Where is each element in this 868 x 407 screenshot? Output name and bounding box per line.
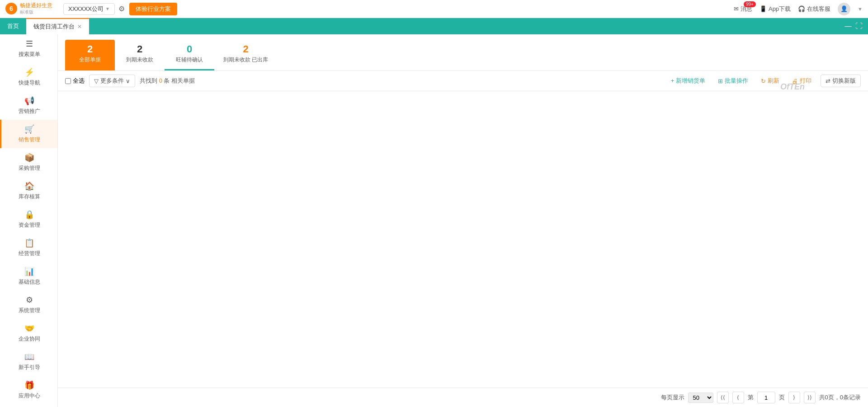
first-page-btn[interactable]: ⟨⟨ (717, 392, 729, 403)
sidebar: ☰ 搜索菜单 ⚡ 快捷导航 📢 营销推广 🛒 销售管理 📦 采购管理 🏠 库存核… (0, 34, 58, 407)
inventory-icon: 🏠 (24, 181, 34, 191)
print-btn[interactable]: 🖨 打印 (788, 75, 815, 87)
main-layout: ☰ 搜索菜单 ⚡ 快捷导航 📢 营销推广 🛒 销售管理 📦 采购管理 🏠 库存核… (0, 34, 868, 407)
logo-text: 畅捷通好生意 (20, 2, 52, 9)
pagination: 每页显示 50 100 200 ⟨⟨ ⟨ 第 页 ⟩ ⟩⟩ 共0页，0条记录 (58, 388, 868, 407)
logo-area: 6 畅捷通好生意 标准版 (5, 2, 63, 15)
tab-maximize-btn[interactable]: ⛶ (855, 22, 863, 30)
app-download-icon: 📱 (760, 5, 767, 12)
per-page-select[interactable]: 50 100 200 (688, 393, 713, 403)
filter-arrow: ∨ (126, 78, 130, 84)
enterprise-icon: 🤝 (24, 323, 34, 333)
tab-wangfu-confirm[interactable]: 0 旺辅待确认 (165, 40, 214, 70)
filter-btn[interactable]: ▽ 更多条件 ∨ (89, 75, 135, 87)
prev-page-btn[interactable]: ⟨ (732, 392, 744, 403)
tab-overdue-shipped[interactable]: 2 到期未收款 已出库 (214, 40, 277, 70)
next-page-btn[interactable]: ⟩ (788, 392, 800, 403)
batch-btn[interactable]: ⊞ 批量操作 (714, 75, 752, 87)
message-badge: 99+ (744, 1, 756, 7)
select-all-label[interactable]: 全选 (65, 77, 85, 85)
toolbar: 全选 ▽ 更多条件 ∨ 共找到 0 条 相关单据 + 新增销货单 (58, 71, 868, 91)
company-selector[interactable]: XXXXXX公司 ▼ (63, 3, 115, 15)
sidebar-item-system[interactable]: ⚙ 系统管理 (0, 290, 57, 319)
settings-icon[interactable]: ⚙ (118, 5, 125, 13)
print-icon: 🖨 (792, 78, 798, 84)
refresh-icon: ↻ (761, 78, 766, 84)
tab-all-orders[interactable]: 2 全部单据 (65, 40, 115, 70)
tab-overdue-payment[interactable]: 2 到期未收款 (115, 40, 165, 70)
sidebar-item-sales[interactable]: 🛒 销售管理 (0, 120, 57, 148)
result-text: 共找到 0 条 相关单据 (140, 77, 195, 85)
sidebar-item-newbie[interactable]: 📖 新手引导 (0, 347, 57, 376)
toolbar-left: 全选 ▽ 更多条件 ∨ 共找到 0 条 相关单据 (65, 75, 662, 87)
app-download-btn[interactable]: 📱 App下载 (760, 5, 791, 13)
tab-qianghuo[interactable]: 钱货日清工作台 ✕ (26, 18, 89, 34)
add-order-btn[interactable]: + 新增销货单 (667, 75, 709, 87)
operations-icon: 📋 (24, 238, 34, 248)
refresh-btn[interactable]: ↻ 刷新 (757, 75, 783, 87)
top-bar: 6 畅捷通好生意 标准版 XXXXXX公司 ▼ ⚙ 体验行业方案 ✉ 消息 99… (0, 0, 868, 18)
sales-icon: 🛒 (24, 124, 34, 134)
sidebar-item-basics[interactable]: 📊 基础信息 (0, 262, 57, 290)
top-right: ✉ 消息 99+ 📱 App下载 🎧 在线客服 👤 ▼ (734, 3, 863, 15)
content-area: 2 全部单据 2 到期未收款 0 旺辅待确认 2 到期未收款 已出库 全选 (58, 34, 868, 407)
tab-close-icon[interactable]: ✕ (77, 23, 82, 30)
logo-icon: 6 (5, 3, 17, 14)
online-service-btn[interactable]: 🎧 在线客服 (798, 5, 830, 13)
avatar[interactable]: 👤 (838, 3, 850, 15)
headset-icon: 🎧 (798, 5, 805, 12)
total-info: 共0页，0条记录 (819, 393, 861, 402)
system-icon: ⚙ (26, 295, 33, 305)
newbie-icon: 📖 (24, 352, 34, 362)
username-area[interactable]: ▼ (858, 6, 863, 12)
message-btn[interactable]: ✉ 消息 99+ (734, 5, 752, 13)
sidebar-item-operations[interactable]: 📋 经营管理 (0, 234, 57, 262)
sidebar-item-appcenter[interactable]: 🎁 应用中心 (0, 376, 57, 404)
sidebar-item-marketing[interactable]: 📢 营销推广 (0, 91, 57, 120)
last-page-btn[interactable]: ⟩⟩ (804, 392, 816, 403)
experience-btn[interactable]: 体验行业方案 (129, 3, 177, 15)
filter-icon: ▽ (94, 78, 99, 84)
sidebar-item-purchase[interactable]: 📦 采购管理 (0, 148, 57, 177)
tab-bar-actions: — ⛶ (839, 22, 868, 30)
page-input[interactable] (757, 392, 775, 403)
logo-sub: 标准版 (20, 9, 52, 15)
per-page-label: 每页显示 (661, 393, 684, 402)
batch-icon: ⊞ (718, 78, 723, 84)
company-dropdown-arrow: ▼ (105, 6, 110, 11)
quicknav-icon: ⚡ (24, 67, 34, 77)
marketing-icon: 📢 (24, 96, 34, 106)
search-menu-icon: ☰ (26, 39, 33, 49)
tab-bar: 首页 钱货日清工作台 ✕ — ⛶ (0, 18, 868, 34)
company-name: XXXXXX公司 (68, 5, 104, 13)
message-icon: ✉ (734, 5, 739, 12)
sidebar-item-search[interactable]: ☰ 搜索菜单 (0, 34, 57, 63)
sidebar-item-inventory[interactable]: 🏠 库存核算 (0, 177, 57, 205)
basics-icon: 📊 (24, 267, 34, 276)
sidebar-item-finance[interactable]: 🔒 资金管理 (0, 205, 57, 234)
finance-icon: 🔒 (24, 210, 34, 220)
summary-tabs: 2 全部单据 2 到期未收款 0 旺辅待确认 2 到期未收款 已出库 (58, 34, 868, 71)
table-area (58, 91, 868, 388)
switch-icon: ⇄ (826, 78, 830, 84)
sidebar-item-quicknav[interactable]: ⚡ 快捷导航 (0, 63, 57, 91)
tab-minimize-btn[interactable]: — (844, 22, 852, 30)
result-count: 0 (159, 77, 162, 84)
sidebar-item-enterprise[interactable]: 🤝 企业协同 (0, 319, 57, 347)
toolbar-right: + 新增销货单 ⊞ 批量操作 ↻ 刷新 🖨 打印 ⇄ 切换新版 (667, 75, 861, 87)
select-all-checkbox[interactable] (65, 78, 71, 84)
appcenter-icon: 🎁 (24, 380, 34, 390)
purchase-icon: 📦 (24, 153, 34, 163)
tab-home[interactable]: 首页 (0, 18, 26, 34)
switch-version-btn[interactable]: ⇄ 切换新版 (821, 75, 861, 87)
sidebar-item-wechat[interactable]: 💬 企业微信 (0, 404, 57, 407)
